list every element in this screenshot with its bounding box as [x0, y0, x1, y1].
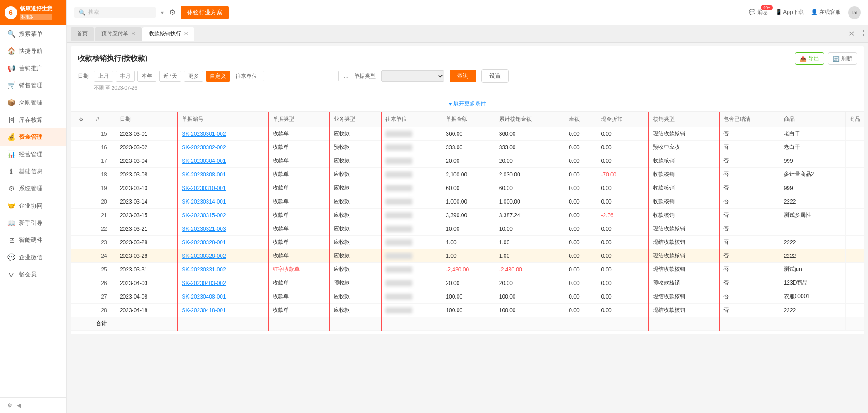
doc-no-link[interactable]: SK-20230418-001	[182, 307, 226, 313]
user-avatar[interactable]: Rit	[848, 6, 861, 19]
col-goods-header[interactable]: 商品	[780, 112, 845, 127]
cell-goods: 衣服00001	[780, 290, 845, 304]
topbar-search[interactable]: 🔍 搜索	[74, 7, 156, 18]
sidebar-item-system[interactable]: ⚙ 系统管理	[0, 180, 66, 197]
cell-goods2	[846, 263, 864, 276]
sidebar-item-enterprise[interactable]: 🤝 企业协同	[0, 197, 66, 214]
sidebar-item-sales[interactable]: 🛒 销售管理	[0, 77, 66, 94]
tab-collect-cancel-close[interactable]: ✕	[184, 31, 188, 37]
tab-maximize-icon[interactable]: ⛶	[857, 29, 864, 38]
sidebar-item-inventory[interactable]: 🗄 库存核算	[0, 111, 66, 128]
col-biz-type-header[interactable]: 业务类型	[330, 112, 382, 127]
topbar-online-service[interactable]: 👤 在线客服	[811, 9, 841, 16]
doc-no-link[interactable]: SK-20230304-001	[182, 158, 226, 164]
finance-icon: 💰	[7, 133, 15, 141]
sidebar-item-wechat[interactable]: 💬 企业微信	[0, 249, 66, 266]
cell-doc-type: 收款单	[269, 127, 330, 141]
cell-goods: 2222	[780, 195, 845, 209]
col-settings-header[interactable]: ⚙	[71, 112, 92, 127]
total-cancel-amount	[495, 317, 565, 331]
sidebar-item-operations[interactable]: 📊 经营管理	[0, 146, 66, 163]
sidebar-item-finance[interactable]: 💰 资金管理	[0, 128, 66, 146]
sidebar-gear-icon[interactable]: ⚙	[7, 402, 12, 408]
cell-biz-type: 应收款	[330, 127, 382, 141]
date-last-month[interactable]: 上月	[94, 71, 113, 82]
col-goods2-header[interactable]: 商品	[846, 112, 864, 127]
doc-no-link[interactable]: SK-20230308-001	[182, 171, 226, 178]
topbar-gear-icon[interactable]: ⚙	[169, 8, 175, 17]
date-this-month[interactable]: 本月	[116, 71, 135, 82]
cell-partner: ██████	[381, 141, 442, 154]
cell-balance: 0.00	[565, 290, 597, 304]
col-doc-no-header[interactable]: 单据编号	[178, 112, 268, 127]
sidebar-item-search-menu[interactable]: 🔍 搜索菜单	[0, 25, 66, 43]
page-header: 收款核销执行(按收款) 📤 导出 🔄 刷新	[71, 46, 864, 65]
col-cancel-amount-header[interactable]: 累计核销金额	[495, 112, 565, 127]
doc-no-link[interactable]: SK-20230403-002	[182, 280, 226, 286]
tab-close-all-icon[interactable]: ✕	[849, 29, 854, 38]
sidebar-item-guide[interactable]: 📖 新手引导	[0, 214, 66, 232]
col-include-settled-header[interactable]: 包含已结清	[719, 112, 780, 127]
tab-prepay[interactable]: 预付应付单 ✕	[95, 27, 142, 41]
cell-cancel-amount: 360.00	[495, 127, 565, 141]
tab-home[interactable]: 首页	[71, 27, 94, 41]
date-more[interactable]: 更多	[184, 71, 203, 82]
sidebar-item-member[interactable]: V 畅会员	[0, 266, 66, 283]
sidebar-item-marketing[interactable]: 📢 营销推广	[0, 60, 66, 77]
tab-collect-cancel[interactable]: 收款核销执行 ✕	[142, 27, 194, 41]
topbar-dropdown-arrow[interactable]: ▾	[161, 9, 164, 16]
doc-no-link[interactable]: SK-20230302-002	[182, 144, 226, 151]
sidebar-item-purchase[interactable]: 📦 采购管理	[0, 94, 66, 111]
cell-cancel-amount: 1.00	[495, 236, 565, 249]
doc-no-link[interactable]: SK-20230331-002	[182, 266, 226, 273]
date-custom[interactable]: 自定义	[206, 71, 230, 82]
doc-no-link[interactable]: SK-20230328-002	[182, 253, 226, 259]
export-button[interactable]: 📤 导出	[795, 52, 824, 65]
cell-settings	[71, 181, 92, 195]
date-this-year[interactable]: 本年	[137, 71, 156, 82]
expand-conditions-button[interactable]: ▾ 展开更多条件	[449, 98, 486, 109]
cell-partner: ██████	[381, 222, 442, 236]
doc-no-link[interactable]: SK-20230310-001	[182, 185, 226, 191]
sidebar-collapse-icon[interactable]: ◀	[17, 402, 21, 408]
doc-no-link[interactable]: SK-20230314-001	[182, 199, 226, 205]
partner-input[interactable]	[263, 71, 339, 81]
col-cancel-type-header[interactable]: 核销类型	[649, 112, 719, 127]
cell-amount: 360.00	[442, 127, 495, 141]
col-date-header[interactable]: 日期	[116, 112, 178, 127]
doc-no-link[interactable]: SK-20230408-001	[182, 294, 226, 300]
cell-seq: 25	[92, 263, 116, 276]
col-amount-header[interactable]: 单据金额	[442, 112, 495, 127]
topbar-app-download[interactable]: 📱 App下载	[775, 9, 804, 16]
cell-date: 2023-04-08	[116, 290, 178, 304]
filter-row: 日期 上月 本月 本年 近7天 更多 自定义 往来单位 ... 单据类型	[78, 69, 857, 83]
sidebar-item-hardware[interactable]: 🖥 智能硬件	[0, 232, 66, 249]
cell-include-settled: 否	[719, 276, 780, 290]
cell-cancel-amount: 333.00	[495, 141, 565, 154]
doc-type-select[interactable]	[381, 70, 444, 82]
col-cash-discount-header[interactable]: 现金折扣	[597, 112, 649, 127]
page-inner: 收款核销执行(按收款) 📤 导出 🔄 刷新 日期	[71, 46, 864, 334]
tab-prepay-close[interactable]: ✕	[131, 31, 135, 37]
query-button[interactable]: 查询	[450, 70, 476, 82]
doc-no-link[interactable]: SK-20230328-001	[182, 239, 226, 246]
refresh-button[interactable]: 🔄 刷新	[828, 52, 857, 65]
col-partner-header[interactable]: 往来单位	[381, 112, 442, 127]
cell-goods2	[846, 290, 864, 304]
cell-biz-type: 应收款	[330, 263, 382, 276]
cell-seq: 28	[92, 304, 116, 317]
topbar-messages[interactable]: 💬 消息 99+	[749, 9, 768, 16]
doc-no-link[interactable]: SK-20230301-002	[182, 131, 226, 137]
doc-no-link[interactable]: SK-20230321-003	[182, 226, 226, 232]
sidebar-menu: 🔍 搜索菜单 🏠 快捷导航 📢 营销推广 🛒 销售管理 📦 采购管理 🗄 库存核…	[0, 25, 66, 397]
date-last-7days[interactable]: 近7天	[159, 71, 181, 82]
sidebar-item-basic-info[interactable]: ℹ 基础信息	[0, 163, 66, 180]
industry-solution-button[interactable]: 体验行业方案	[181, 6, 229, 19]
col-balance-header[interactable]: 余额	[565, 112, 597, 127]
setting-button[interactable]: 设置	[481, 69, 509, 83]
col-doc-type-header[interactable]: 单据类型	[269, 112, 330, 127]
doc-no-link[interactable]: SK-20230315-002	[182, 212, 226, 218]
cell-balance: 0.00	[565, 168, 597, 181]
cell-goods2	[846, 181, 864, 195]
sidebar-item-quick-nav[interactable]: 🏠 快捷导航	[0, 43, 66, 60]
